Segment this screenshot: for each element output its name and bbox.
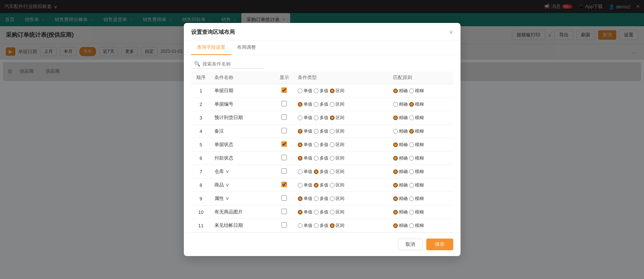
modal-header: 设置查询区域布局 × [184, 23, 461, 40]
th-order: 顺序 [191, 71, 211, 84]
th-match: 匹配原则 [390, 71, 453, 84]
settings-modal: 设置查询区域布局 × 查询字段设置 布局调整 🔍 顺序 [184, 23, 461, 84]
th-name: 条件名称 [211, 71, 274, 84]
th-type: 条件类型 [294, 71, 390, 84]
search-box: 🔍 [191, 59, 264, 68]
modal-close-btn[interactable]: × [449, 29, 453, 36]
modal-table: 顺序 条件名称 显示 条件类型 匹配原则 1单据日期单值多值区间精确模糊2单据编… [184, 71, 461, 84]
search-input[interactable] [202, 61, 261, 67]
modal-tabs: 查询字段设置 布局调整 [184, 40, 461, 55]
modal-title: 设置查询区域布局 [191, 29, 235, 36]
search-icon: 🔍 [194, 61, 200, 67]
modal-search: 🔍 [184, 55, 461, 68]
tab-layout[interactable]: 布局调整 [231, 40, 262, 55]
tab-query-fields[interactable]: 查询字段设置 [191, 40, 231, 55]
th-show: 显示 [274, 71, 295, 84]
modal-overlay: 设置查询区域布局 × 查询字段设置 布局调整 🔍 顺序 [0, 0, 644, 84]
